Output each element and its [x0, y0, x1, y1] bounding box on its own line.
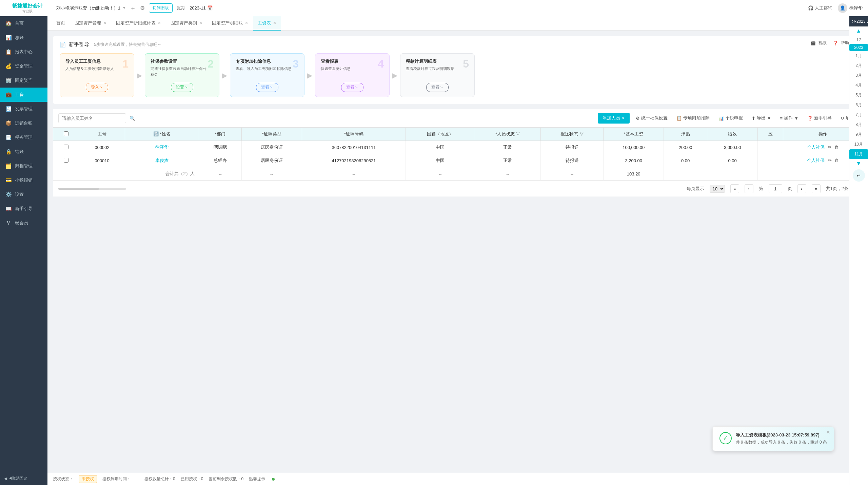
- employee-name-link[interactable]: 李俊杰: [155, 158, 169, 163]
- next-page-button[interactable]: ›: [797, 184, 806, 193]
- tab-close-salary[interactable]: ✕: [273, 21, 276, 25]
- sidebar-item-label: 小畅报销: [15, 177, 33, 183]
- sidebar-item-inventory[interactable]: 📦 进销台账: [0, 116, 47, 130]
- month-item-2[interactable]: 2月: [849, 61, 868, 71]
- tab-fixed-category[interactable]: 固定资产类别 ✕: [166, 16, 207, 31]
- per-page-select[interactable]: 10 20 50: [710, 185, 725, 193]
- step4-num: 4: [378, 58, 384, 69]
- page-number-input[interactable]: [769, 184, 782, 193]
- month-item-6[interactable]: 6月: [849, 100, 868, 110]
- switch-version-button[interactable]: 切到旧版: [149, 3, 173, 13]
- add-dropdown-icon: ▼: [622, 116, 625, 120]
- employee-name-link[interactable]: 徐泽华: [155, 145, 169, 150]
- human-service-button[interactable]: 🎧 人工咨询: [808, 5, 832, 11]
- search-input[interactable]: [58, 113, 126, 123]
- sidebar-item-salary[interactable]: 💼 工资: [0, 88, 47, 102]
- sidebar-item-member[interactable]: V 畅会员: [0, 216, 47, 230]
- month-item-3[interactable]: 3月: [849, 71, 868, 80]
- month-item-10[interactable]: 10月: [849, 139, 868, 149]
- row-checkbox-2[interactable]: [64, 158, 68, 163]
- invoice-icon: 🧾: [5, 106, 12, 112]
- operation-button[interactable]: ≡ 操作 ▼: [777, 113, 801, 123]
- collapse-icon[interactable]: ≫: [852, 19, 856, 24]
- row-checkbox-1[interactable]: [64, 145, 68, 149]
- month-item-1[interactable]: 1月: [849, 51, 868, 61]
- step1-num: 1: [122, 58, 129, 69]
- tab-salary[interactable]: 工资表 ✕: [253, 16, 281, 31]
- step2-button[interactable]: 设置＞: [171, 83, 193, 92]
- unpin-button[interactable]: ◀ ◀取消固定: [4, 476, 43, 481]
- month-item-8[interactable]: 8月: [849, 120, 868, 130]
- sidebar-item-funds[interactable]: 💰 资金管理: [0, 59, 47, 73]
- th-status: *人员状态 ▽: [475, 128, 541, 141]
- export-button[interactable]: ⬆ 导出 ▼: [749, 113, 774, 123]
- month-item-4[interactable]: 4月: [849, 80, 868, 90]
- quick-action-icon[interactable]: ↩: [853, 169, 865, 182]
- guide-toolbar-button[interactable]: ❓ 新手引导: [805, 113, 834, 123]
- prev-page-button[interactable]: ‹: [745, 184, 753, 193]
- calendar-icon[interactable]: 📅: [207, 5, 213, 11]
- month-item-12[interactable]: 12: [849, 35, 868, 44]
- tax-report-button[interactable]: 📊 个税申报: [716, 113, 746, 123]
- last-page-button[interactable]: »: [812, 184, 821, 193]
- sidebar-item-ledger[interactable]: 📊 总账: [0, 31, 47, 45]
- tab-home[interactable]: 首页: [52, 16, 70, 31]
- deduction-button[interactable]: 📋 专项附加扣除: [674, 113, 712, 123]
- add-account-icon[interactable]: ＋: [130, 4, 136, 12]
- month-item-7[interactable]: 7月: [849, 110, 868, 120]
- year-down-icon[interactable]: ▼: [856, 161, 862, 167]
- tab-fixed-depreciation[interactable]: 固定资产折旧统计表 ✕: [111, 16, 166, 31]
- toast-close-button[interactable]: ✕: [826, 429, 830, 435]
- sidebar-item-newguide[interactable]: 📖 新手引导: [0, 202, 47, 216]
- guide-icon: 📖: [5, 206, 12, 212]
- td-total-salary: 103,20: [604, 167, 664, 181]
- year-up-icon[interactable]: ▲: [856, 28, 862, 34]
- first-page-button[interactable]: «: [730, 184, 739, 193]
- step3-button[interactable]: 查看＞: [256, 83, 278, 92]
- settings-icon[interactable]: ⚙: [140, 5, 145, 11]
- sidebar-item-home[interactable]: 🏠 首页: [0, 16, 47, 31]
- user-menu-button[interactable]: 👤 徐泽华: [838, 3, 863, 13]
- search-icon[interactable]: 🔍: [130, 116, 135, 121]
- social-insurance-button[interactable]: ⚙ 统一社保设置: [633, 113, 670, 123]
- sidebar-item-fixed[interactable]: 🏢 固定资产: [0, 73, 47, 88]
- delete-icon[interactable]: 🗑: [834, 145, 839, 150]
- add-person-button[interactable]: 添加人员 ▼: [598, 113, 630, 124]
- sidebar-item-expense[interactable]: 💳 小畅报销: [0, 173, 47, 187]
- edit-icon[interactable]: ✏: [828, 158, 832, 163]
- tab-close-depreciation[interactable]: ✕: [158, 21, 161, 25]
- td-f7: [664, 167, 707, 181]
- month-item-5[interactable]: 5月: [849, 90, 868, 100]
- sidebar-item-reports[interactable]: 📋 报表中心: [0, 45, 47, 59]
- step5-button[interactable]: 查看＞: [426, 83, 449, 92]
- step1-button[interactable]: 导入＞: [86, 83, 108, 92]
- tab-close-fixed-assets[interactable]: ✕: [103, 21, 106, 25]
- social-insurance-link[interactable]: 个人社保: [807, 158, 825, 163]
- year-label-2023[interactable]: 2023: [849, 44, 868, 51]
- sidebar-item-archive[interactable]: 🗂️ 归档管理: [0, 159, 47, 173]
- sidebar-item-close[interactable]: 🔒 结账: [0, 145, 47, 159]
- guide-steps: 导入员工工资信息 人员信息及工资数据新增导入 1 导入＞ ▶: [60, 53, 856, 97]
- step-arrow-4: ▶: [390, 71, 400, 79]
- sidebar-item-label: 进销台账: [15, 120, 33, 126]
- step4-button[interactable]: 查看＞: [341, 83, 363, 92]
- tab-fixed-assets[interactable]: 固定资产管理 ✕: [70, 16, 111, 31]
- td-f9: [758, 167, 783, 181]
- month-item-11[interactable]: 11月: [849, 149, 868, 159]
- tab-close-detail[interactable]: ✕: [245, 21, 248, 25]
- sidebar-item-invoice[interactable]: 🧾 发票管理: [0, 102, 47, 116]
- tab-fixed-detail[interactable]: 固定资产明细账 ✕: [207, 16, 253, 31]
- tab-close-category[interactable]: ✕: [199, 21, 202, 25]
- month-item-9[interactable]: 9月: [849, 130, 868, 139]
- account-selector[interactable]: 刘小艳演示账套（勿删勿动！）1 ▼: [56, 5, 126, 11]
- td-performance: 3,000.00: [707, 141, 758, 154]
- sidebar-item-settings[interactable]: ⚙️ 设置: [0, 187, 47, 202]
- warn-label: 温馨提示: [249, 476, 265, 482]
- guide-step-4: 查看报表 快速查看统计信息 4 查看＞: [315, 53, 390, 97]
- delete-icon[interactable]: 🗑: [834, 158, 839, 163]
- sidebar-item-tax[interactable]: 📑 税务管理: [0, 130, 47, 145]
- social-insurance-link[interactable]: 个人社保: [807, 145, 825, 150]
- select-all-checkbox[interactable]: [64, 131, 68, 136]
- edit-icon[interactable]: ✏: [828, 145, 832, 150]
- guide-toolbar-icon: ❓: [807, 116, 813, 121]
